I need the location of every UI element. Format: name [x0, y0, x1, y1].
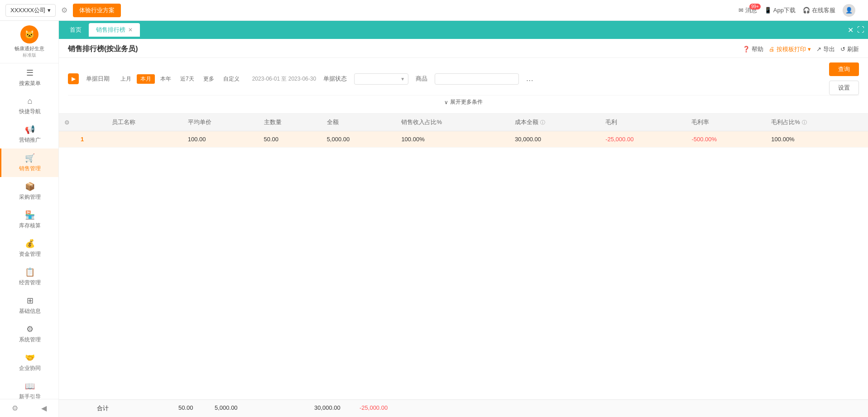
sidebar-item-basic[interactable]: ⊞ 基础信息 [0, 291, 58, 320]
logo-icon: 🐱 [20, 25, 38, 43]
table-row: 1 100.00 50.00 5,000.00 100.00% 30,000.0… [59, 131, 868, 148]
sidebar-label-sales: 销售管理 [19, 165, 41, 173]
page-content: 销售排行榜(按业务员) ❓ 帮助 🖨 按模板打印 ▾ ↗ 导出 [59, 39, 868, 417]
filter-toggle-icon[interactable]: ▶ [68, 73, 79, 84]
online-service-button[interactable]: 🎧 在线客服 [803, 6, 835, 14]
print-button[interactable]: 🖨 按模板打印 ▾ [769, 45, 811, 53]
col-amount: 全额 [321, 114, 396, 131]
settings-bottom-icon[interactable]: ⚙ [12, 404, 18, 412]
date-shortcut-custom[interactable]: 自定义 [220, 74, 243, 84]
sidebar-item-system[interactable]: ⚙ 系统管理 [0, 320, 58, 348]
app-download-button[interactable]: 📱 App下载 [764, 6, 796, 14]
col-sales-pct: 销售收入占比% [396, 114, 509, 131]
close-window-icon[interactable]: ✕ [848, 26, 854, 34]
top-bar: XXXXXX公司 ▾ ⚙ 体验行业方案 ✉ 消息 99+ 📱 App下载 🎧 在… [0, 0, 868, 21]
page-header: 销售排行榜(按业务员) ❓ 帮助 🖨 按模板打印 ▾ ↗ 导出 [59, 39, 868, 58]
row-rank: 1 [75, 131, 106, 148]
sidebar-item-operations[interactable]: 📋 经营管理 [0, 263, 58, 291]
top-right-actions: ✉ 消息 99+ 📱 App下载 🎧 在线客服 👤 [739, 4, 863, 17]
collapse-icon[interactable]: ◀ [41, 404, 47, 412]
sidebar-item-inventory[interactable]: 🏪 库存核算 [0, 206, 58, 234]
status-label: 单据状态 [323, 75, 347, 83]
data-table: ⚙ 员工名称 平均单价 主数量 全额 销售收入占比% 成本全额 ⓘ 毛利 毛利率… [59, 114, 868, 148]
status-select[interactable] [354, 73, 408, 85]
cart-icon: 🛒 [25, 153, 35, 163]
row-cost: 30,000.00 [509, 131, 600, 148]
query-button[interactable]: 查询 [829, 62, 859, 76]
top-settings-icon[interactable]: ⚙ [61, 6, 67, 14]
date-shortcut-this-year[interactable]: 本年 [157, 74, 175, 84]
footer-gross-pct [445, 404, 490, 412]
footer-rank [78, 404, 91, 412]
app-icon: 📱 [764, 7, 772, 14]
date-shortcut-last-month[interactable]: 上月 [117, 74, 135, 84]
sidebar-item-finance[interactable]: 💰 资金管理 [0, 234, 58, 263]
footer-avg-price [137, 404, 173, 412]
cost-info-icon[interactable]: ⓘ [540, 120, 545, 125]
sidebar-label-shortcut: 快捷导航 [19, 108, 41, 115]
company-name: XXXXXX公司 [10, 6, 46, 14]
row-gross: -25,000.00 [600, 131, 686, 148]
col-quantity: 主数量 [259, 114, 321, 131]
sidebar-item-enterprise[interactable]: 🤝 企业协同 [0, 348, 58, 377]
sidebar-item-shortcut[interactable]: ⌂ 快捷导航 [0, 92, 58, 120]
logo-text: 畅康通好生意 [14, 45, 44, 52]
page-actions: ❓ 帮助 🖨 按模板打印 ▾ ↗ 导出 ↺ 刷新 [743, 45, 859, 53]
expand-more-button[interactable]: ∨ 展开更多条件 [444, 98, 483, 106]
footer-cost: 30,000.00 [309, 404, 354, 412]
col-gross: 毛利 [600, 114, 686, 131]
message-button[interactable]: ✉ 消息 99+ [739, 6, 757, 14]
date-shortcuts: 上月 本月 本年 近7天 更多 自定义 [117, 74, 243, 84]
export-label: 导出 [823, 45, 835, 53]
sidebar-item-marketing[interactable]: 📢 营销推广 [0, 120, 58, 149]
date-shortcut-this-month[interactable]: 本月 [137, 74, 155, 84]
row-settings [59, 131, 75, 148]
headset-icon: 🎧 [803, 7, 810, 14]
sidebar-item-guide[interactable]: 📖 新手引导 [0, 377, 58, 399]
help-button[interactable]: ❓ 帮助 [743, 45, 763, 53]
col-avg-price: 平均单价 [182, 114, 259, 131]
help-label: 帮助 [752, 45, 763, 53]
sidebar-item-search[interactable]: ☰ 搜索菜单 [0, 63, 58, 92]
row-gross-pct: 100.00% [766, 131, 868, 148]
date-shortcut-7days[interactable]: 近7天 [177, 74, 198, 84]
goods-input[interactable] [435, 73, 519, 85]
date-range: 2023-06-01 至 2023-06-30 [252, 75, 316, 83]
col-cost: 成本全额 ⓘ [509, 114, 600, 131]
sidebar-item-sales[interactable]: 🛒 销售管理 [0, 149, 58, 177]
filter-row-1: ▶ 单据日期 上月 本月 本年 近7天 更多 自定义 2023-06-01 至 … [68, 62, 859, 95]
trial-button[interactable]: 体验行业方案 [73, 4, 121, 17]
tab-bar: 首页 销售排行榜 ✕ ✕ ⛶ [59, 21, 868, 39]
search-menu-icon: ☰ [26, 68, 34, 78]
maximize-icon[interactable]: ⛶ [857, 26, 864, 34]
row-avg-price: 100.00 [182, 131, 259, 148]
avatar[interactable]: 👤 [843, 4, 855, 17]
table-footer: 合计 50.00 5,000.00 30,000.00 -25,000.00 [59, 399, 868, 417]
settings-small-button[interactable]: 设置 [829, 81, 859, 95]
footer-gross-rate [399, 404, 445, 412]
chevron-down-expand-icon: ∨ [444, 99, 448, 105]
sidebar-item-purchase[interactable]: 📦 采购管理 [0, 177, 58, 206]
row-amount: 5,000.00 [321, 131, 396, 148]
refresh-button[interactable]: ↺ 刷新 [840, 45, 859, 53]
store-icon: 🏪 [25, 210, 35, 220]
table-header-row: ⚙ 员工名称 平均单价 主数量 全额 销售收入占比% 成本全额 ⓘ 毛利 毛利率… [59, 114, 868, 131]
sidebar-label-purchase: 采购管理 [19, 193, 41, 201]
date-shortcut-more[interactable]: 更多 [200, 74, 218, 84]
clipboard-icon: 📋 [25, 267, 35, 277]
sidebar-label-basic: 基础信息 [19, 307, 41, 315]
footer-quantity: 50.00 [173, 404, 209, 412]
filter-more-dots[interactable]: ... [526, 75, 533, 83]
gross-pct-info-icon[interactable]: ⓘ [802, 120, 807, 125]
col-settings[interactable]: ⚙ [59, 114, 75, 131]
tab-sales-ranking[interactable]: 销售排行榜 ✕ [89, 23, 140, 37]
table-area: ⚙ 员工名称 平均单价 主数量 全额 销售收入占比% 成本全额 ⓘ 毛利 毛利率… [59, 114, 868, 399]
tab-close-icon[interactable]: ✕ [128, 27, 133, 33]
export-button[interactable]: ↗ 导出 [816, 45, 835, 53]
company-selector[interactable]: XXXXXX公司 ▾ [5, 4, 56, 17]
tab-home[interactable]: 首页 [62, 23, 89, 37]
sidebar-label-operations: 经营管理 [19, 279, 41, 287]
row-employee [106, 131, 182, 148]
row-gross-rate: -500.00% [686, 131, 766, 148]
logo-sub: 标准版 [23, 52, 36, 58]
